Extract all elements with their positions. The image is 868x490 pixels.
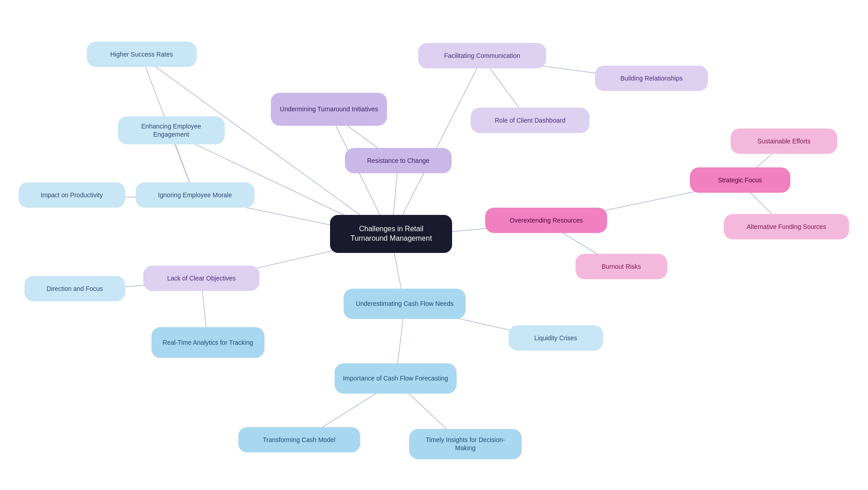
svg-line-17 [391,58,482,238]
node-enhancing_employee: Enhancing Employee Engagement [118,116,225,144]
node-lack_objectives: Lack of Clear Objectives [143,266,259,291]
node-overextending: Overextending Resources [485,208,607,233]
mind-map-container: Challenges in Retail Turnaround Manageme… [0,0,868,490]
node-direction_focus: Direction and Focus [24,276,125,301]
node-strategic_focus: Strategic Focus [690,167,791,193]
node-importance_cashflow: Importance of Cash Flow Forecasting [335,363,457,394]
node-facilitating_comm: Facilitating Communication [418,43,547,68]
node-impact_productivity: Impact on Productivity [19,182,125,208]
node-underestimating: Underestimating Cash Flow Needs [344,289,466,319]
node-undermining: Undermining Turnaround Initiatives [271,93,387,126]
node-ignoring_morale: Ignoring Employee Morale [136,182,255,208]
node-center: Challenges in Retail Turnaround Manageme… [330,215,452,253]
node-sustainable_efforts: Sustainable Efforts [731,128,837,154]
node-alternative_funding: Alternative Funding Sources [724,214,849,239]
node-liquidity_crises: Liquidity Crises [509,325,603,351]
svg-line-0 [142,57,391,237]
node-transforming_cash: Transforming Cash Model [238,427,360,452]
node-higher_success: Higher Success Rates [87,42,197,67]
node-resistance: Resistance to Change [345,148,452,173]
node-burnout_risks: Burnout Risks [576,254,667,279]
node-realtime_analytics: Real-Time Analytics for Tracking [151,327,264,357]
node-role_client: Role of Client Dashboard [471,108,590,133]
node-building_rel: Building Relationships [595,66,708,91]
node-timely_insights: Timely Insights for Decision-Making [409,429,522,459]
